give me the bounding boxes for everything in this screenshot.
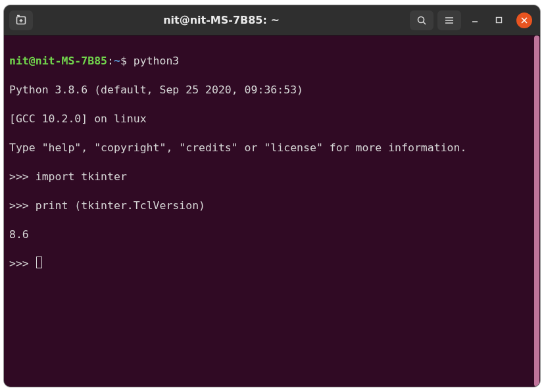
search-icon: [416, 15, 427, 26]
maximize-button[interactable]: [489, 11, 508, 30]
repl-line: >>>: [9, 257, 535, 271]
close-icon: [521, 14, 528, 26]
new-tab-button[interactable]: [9, 11, 33, 30]
output-line: Python 3.8.6 (default, Sep 25 2020, 09:3…: [9, 83, 535, 97]
hamburger-icon: [444, 15, 455, 26]
new-tab-icon: [15, 14, 27, 26]
terminal-body[interactable]: nit@nit-MS-7B85:~$ python3 Python 3.8.6 …: [4, 36, 540, 387]
repl-output: 8.6: [9, 228, 535, 242]
window-title: nit@nit-MS-7B85: ~: [37, 14, 406, 26]
minimize-icon: [471, 14, 479, 26]
titlebar[interactable]: nit@nit-MS-7B85: ~: [4, 5, 540, 36]
prompt-path: ~: [114, 55, 120, 67]
close-button[interactable]: [516, 12, 532, 28]
prompt-line: nit@nit-MS-7B85:~$ python3: [9, 54, 535, 68]
prompt-dollar: $: [120, 55, 134, 67]
repl-input: import tkinter: [36, 170, 127, 183]
prompt-colon: :: [107, 55, 114, 67]
repl-prompt: >>>: [9, 170, 36, 183]
svg-point-1: [418, 16, 424, 22]
output-line: [GCC 10.2.0] on linux: [9, 112, 535, 126]
svg-line-2: [424, 22, 426, 24]
svg-rect-7: [496, 18, 501, 23]
repl-prompt: >>>: [9, 257, 36, 270]
cursor: [36, 257, 42, 268]
output-line: Type "help", "copyright", "credits" or "…: [9, 141, 535, 155]
minimize-button[interactable]: [465, 11, 485, 30]
repl-prompt: >>>: [9, 199, 36, 212]
scrollbar-thumb[interactable]: [534, 36, 539, 387]
repl-line: >>> import tkinter: [9, 170, 535, 184]
terminal-window: nit@nit-MS-7B85: ~: [4, 5, 540, 387]
repl-line: >>> print (tkinter.TclVersion): [9, 199, 535, 213]
maximize-icon: [495, 14, 503, 26]
menu-button[interactable]: [437, 11, 461, 30]
scrollbar[interactable]: [533, 36, 540, 387]
repl-input: print (tkinter.TclVersion): [36, 199, 205, 212]
shell-command: python3: [134, 55, 180, 67]
search-button[interactable]: [410, 11, 433, 30]
prompt-user-host: nit@nit-MS-7B85: [9, 55, 107, 67]
